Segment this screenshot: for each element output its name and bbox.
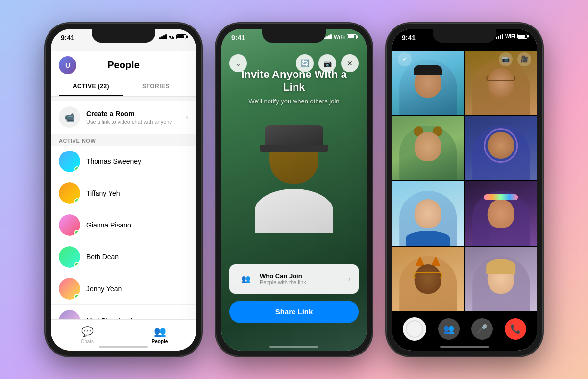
contact-name: Tiffany Yeh [86,189,120,197]
contact-row[interactable]: Jenny Yean [51,273,196,305]
video-cell-3 [392,116,464,180]
person-video [250,125,338,233]
checkmark-icon: ✓ [402,55,408,63]
status-icons: WiFi [496,34,527,39]
invite-subtitle: We'll notify you when others join [231,98,357,105]
people-nav-icon: 👥 [154,326,166,337]
active-indicator [74,198,80,203]
phone-1-screen: 9:41 ▾▴ U People [51,29,196,351]
active-indicator [74,230,80,235]
who-can-join-panel[interactable]: 👥 Who Can Join People with the link › [229,264,359,294]
contact-avatar [59,246,80,268]
contact-name: Thomas Sweeney [86,157,141,165]
phone-1: 9:41 ▾▴ U People [45,23,202,356]
video-room-icon: 📹 [64,112,75,123]
contact-name: Jenny Yean [86,285,122,293]
video-icon: 🎥 [520,55,528,63]
phone-2: 9:41 WiFi ⌄ [216,23,372,356]
chats-icon: 💬 [81,326,94,337]
wifi-icon: ▾▴ [169,34,174,40]
wifi-icon: WiFi [334,34,345,40]
time-display: 9:41 [61,34,74,42]
people-title-row: U People [59,54,188,78]
microphone-button[interactable]: 🎤 [471,318,493,340]
tab-stories[interactable]: STORIES [123,78,188,96]
battery-icon [347,34,357,39]
battery-icon [176,34,186,39]
contact-avatar [59,151,80,172]
create-room-subtitle: Use a link to video chat with anyone [86,119,172,125]
share-link-label: Share Link [275,307,313,316]
contact-name: Beth Dean [86,253,119,261]
right-controls: 🔄 📷 ✕ [296,54,359,72]
participants-button[interactable]: 👥 [438,318,460,340]
video-grid [392,51,537,311]
video-cell-6 [465,181,537,246]
end-call-icon: 📞 [510,324,521,334]
video-top-controls: ⌄ 🔄 📷 ✕ [221,51,367,76]
video-camera-icon: 📷 [323,59,332,67]
notch [433,29,496,43]
active-now-label: ACTIVE NOW [51,134,196,146]
video-cell-8 [465,247,537,311]
camera-flip-button-3[interactable]: 📷 [499,52,513,66]
battery-icon [517,34,527,39]
people-tabs: ACTIVE (22) STORIES [59,78,188,96]
notch [262,29,326,43]
video-toggle-button[interactable]: 📷 [318,54,336,72]
time-display: 9:41 [402,34,416,42]
page-title: People [81,59,166,71]
camera-flip-icon: 🔄 [301,59,309,67]
tab-active[interactable]: ACTIVE (22) [59,78,123,96]
create-room-icon: 📹 [59,106,80,128]
home-indicator [270,346,318,348]
time-display: 9:41 [231,34,245,42]
group-icon: 👥 [241,274,251,283]
chevron-down-icon: ⌄ [235,59,241,67]
contact-row[interactable]: Gianna Pisano [51,209,196,241]
user-avatar[interactable]: U [59,56,76,74]
video-cell-5 [392,181,464,246]
who-can-join-icon: 👥 [237,270,255,288]
active-indicator [74,294,80,299]
contact-row[interactable]: Tiffany Yeh [51,177,196,209]
contact-avatar [59,278,80,300]
close-button[interactable]: ✕ [341,54,359,72]
active-indicator [74,262,80,267]
people-icon: 👥 [443,324,454,334]
microphone-icon: 🎤 [477,324,488,334]
create-room-text: Create a Room Use a link to video chat w… [86,110,172,125]
group-video-screen: 9:41 WiFi ✓ [392,29,537,351]
contact-avatar [59,214,80,236]
contact-row[interactable]: Beth Dean [51,241,196,273]
share-link-button[interactable]: Share Link [229,301,359,323]
contact-avatar [59,182,80,204]
wifi-icon: WiFi [505,34,515,39]
phone-3-screen: 9:41 WiFi ✓ [392,29,537,351]
video-invite-screen: 9:41 WiFi ⌄ [221,29,367,351]
who-can-join-title: Who Can Join [260,272,306,279]
who-can-join-subtitle: People with the link [260,279,306,285]
video-top-bar: ✓ 📷 🎥 [392,51,537,68]
status-icons: ▾▴ [159,34,186,40]
who-text: Who Can Join People with the link [260,272,306,285]
create-room-title: Create a Room [86,110,172,118]
minimize-button[interactable]: ✓ [398,52,412,66]
back-button[interactable]: ⌄ [229,54,247,72]
create-room-row[interactable]: 📹 Create a Room Use a link to video chat… [51,101,196,134]
chevron-right-icon: › [348,275,351,283]
video-button-3[interactable]: 🎥 [517,52,531,66]
phone-3: 9:41 WiFi ✓ [386,23,543,356]
home-indicator [440,346,489,348]
chevron-right-icon: › [186,113,188,122]
end-call-button[interactable]: 📞 [505,318,526,340]
home-indicator [99,346,148,348]
signal-icon [159,34,167,39]
video-cell-4 [465,116,537,180]
shutter-button[interactable] [403,317,426,341]
camera-flip-button[interactable]: 🔄 [296,54,314,72]
contact-row[interactable]: Thomas Sweeney [51,146,196,177]
people-header: U People ACTIVE (22) STORIES [51,51,196,97]
contact-name: Gianna Pisano [86,221,131,229]
notch [92,29,155,43]
